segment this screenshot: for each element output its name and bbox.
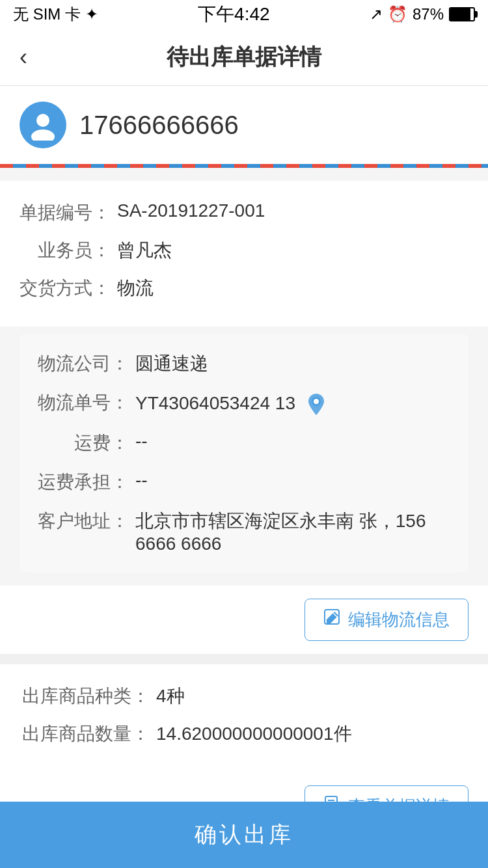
freight-bearer-label: 运费承担： (38, 470, 129, 495)
sim-signal-text: 无 SIM 卡 ✦ (13, 4, 98, 25)
status-bar: 无 SIM 卡 ✦ 下午4:42 ↗ ⏰ 87% (0, 0, 488, 29)
location-status-icon: ↗ (370, 5, 383, 23)
logistics-company-label: 物流公司： (38, 351, 129, 376)
logistics-company-value: 圆通速递 (135, 351, 450, 376)
svg-point-1 (31, 129, 55, 141)
edit-logistics-label: 编辑物流信息 (348, 608, 450, 631)
order-number-label: 单据编号： (20, 200, 111, 225)
goods-quantity-value: 14.620000000000001件 (156, 722, 468, 746)
back-button[interactable]: ‹ (20, 44, 59, 71)
logistics-card: 物流公司： 圆通速递 物流单号： YT43064053424 13 运费： -- (20, 333, 468, 573)
avatar (20, 102, 66, 148)
customer-address-label: 客户地址： (38, 509, 129, 534)
freight-label: 运费： (38, 431, 129, 455)
goods-section: 出库商品种类： 4种 出库商品数量： 14.620000000000001件 (0, 664, 488, 772)
status-left: 无 SIM 卡 ✦ (13, 4, 98, 25)
user-phone-number: 17666666666 (79, 111, 239, 140)
battery-icon (449, 7, 475, 21)
status-right: ↗ ⏰ 87% (370, 5, 475, 23)
battery-text: 87% (413, 5, 444, 23)
sales-person-value: 曾凡杰 (117, 238, 468, 263)
order-number-row: 单据编号： SA-20191227-001 (20, 200, 468, 225)
person-icon (27, 109, 59, 141)
order-info-section: 单据编号： SA-20191227-001 业务员： 曾凡杰 交货方式： 物流 (0, 181, 488, 327)
map-pin-icon[interactable] (303, 390, 329, 416)
freight-bearer-value: -- (135, 470, 450, 491)
section-divider (0, 654, 488, 664)
logistics-tracking-value: YT43064053424 13 (135, 390, 450, 416)
logistics-tracking-label: 物流单号： (38, 390, 129, 415)
logistics-tracking-row: 物流单号： YT43064053424 13 (38, 390, 450, 416)
page-title: 待出库单据详情 (167, 42, 321, 72)
dashed-separator (0, 164, 488, 168)
goods-type-row: 出库商品种类： 4种 (20, 684, 468, 709)
delivery-method-value: 物流 (117, 276, 468, 301)
tracking-number-text: YT43064053424 13 (135, 393, 295, 414)
customer-address-value: 北京市市辖区海淀区永丰南 张，156 6666 6666 (135, 509, 450, 554)
goods-quantity-label: 出库商品数量： (20, 722, 150, 746)
alarm-icon: ⏰ (388, 5, 407, 23)
confirm-button-wrap: 确认出库 (0, 802, 488, 868)
sales-person-row: 业务员： 曾凡杰 (20, 238, 468, 263)
svg-point-3 (314, 399, 319, 404)
order-number-value: SA-20191227-001 (117, 200, 468, 221)
confirm-outbound-button[interactable]: 确认出库 (20, 820, 468, 850)
delivery-method-label: 交货方式： (20, 276, 111, 301)
nav-bar: ‹ 待出库单据详情 (0, 29, 488, 86)
delivery-method-row: 交货方式： 物流 (20, 276, 468, 301)
user-header: 17666666666 (0, 86, 488, 164)
edit-logistics-button[interactable]: 编辑物流信息 (305, 599, 468, 641)
freight-value: -- (135, 431, 450, 452)
freight-bearer-row: 运费承担： -- (38, 470, 450, 495)
status-time: 下午4:42 (198, 2, 270, 27)
goods-type-value: 4种 (156, 684, 468, 709)
goods-quantity-row: 出库商品数量： 14.620000000000001件 (20, 722, 468, 746)
sales-person-label: 业务员： (20, 238, 111, 263)
freight-row: 运费： -- (38, 431, 450, 455)
goods-type-label: 出库商品种类： (20, 684, 150, 709)
edit-logistics-btn-wrap: 编辑物流信息 (0, 586, 488, 654)
edit-icon (323, 608, 342, 631)
customer-address-row: 客户地址： 北京市市辖区海淀区永丰南 张，156 6666 6666 (38, 509, 450, 554)
svg-point-0 (36, 114, 49, 127)
logistics-company-row: 物流公司： 圆通速递 (38, 351, 450, 376)
